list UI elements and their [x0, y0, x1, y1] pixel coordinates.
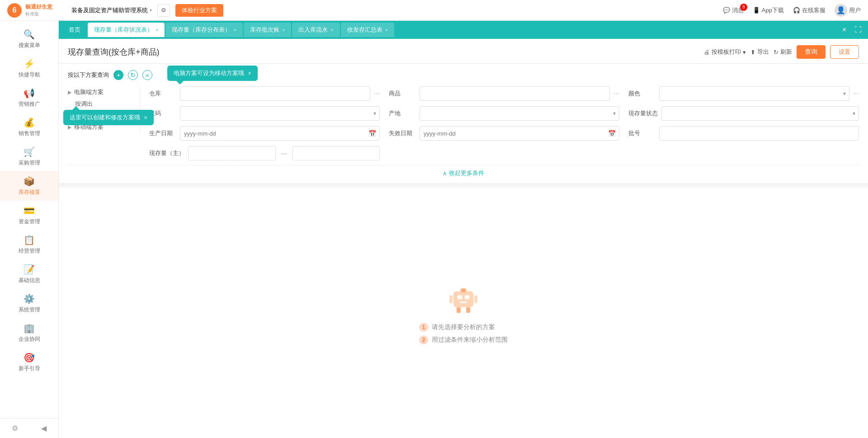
expiry-date-wrap: 📅 — [420, 126, 619, 141]
scheme-computer[interactable]: ▶ 电脑端方案 — [68, 86, 132, 98]
filter-row-stock-status: 现存量状态 — [628, 106, 859, 121]
sidebar-item-nav[interactable]: ⚡ 快捷导航 — [0, 54, 58, 83]
color-select[interactable] — [659, 86, 849, 101]
filter-row-origin: 产地 — [389, 106, 619, 121]
chevron-print-icon: ▾ — [743, 49, 746, 56]
batch-input[interactable] — [659, 126, 859, 141]
filter-top-row: 按以下方案查询 + ↻ « 电脑方案可设为移动方案哦 × — [68, 70, 859, 80]
filter-body: ▶ 电脑端方案 按调出 折 按调出 ▶ 移动端方案 — [68, 86, 859, 160]
tab-inventory-status-label: 现存量（库存状况表） — [94, 26, 153, 34]
tab-inventory-dist-close[interactable]: × — [233, 27, 236, 33]
industry-button[interactable]: 体验行业方案 — [175, 4, 223, 17]
sidebar-item-enterprise[interactable]: 🏢 企业协同 — [0, 318, 58, 348]
app-download-item[interactable]: 📱 App下载 — [753, 6, 784, 14]
goods-input[interactable] — [420, 86, 610, 101]
sidebar-label-purchase: 采购管理 — [19, 159, 40, 167]
page-header: 现存量查询(按仓库+商品) 🖨 按模板打印 ▾ ⬆ 导出 ↻ — [59, 39, 868, 64]
tab-inventory-dist[interactable]: 现存量（库存分布表） × — [165, 23, 242, 37]
tab-receive-summary[interactable]: 收发存汇总表 × — [341, 23, 394, 37]
sidebar-label-nav: 快捷导航 — [19, 71, 40, 79]
reset-button[interactable]: 设置 — [830, 45, 859, 59]
tab-receive-summary-close[interactable]: × — [385, 27, 388, 33]
tab-flow[interactable]: 出入库流水 × — [292, 23, 340, 37]
tab-inventory-status[interactable]: 现存量（库存状况表） × — [88, 23, 165, 37]
logo-icon: 6 — [7, 3, 22, 18]
tab-home-label: 首页 — [69, 26, 80, 34]
sidebar-item-guide[interactable]: 🎯 新手引导 — [0, 348, 58, 377]
online-service-item[interactable]: 🎧 在线客服 — [793, 6, 826, 14]
print-button[interactable]: 🖨 按模板打印 ▾ — [704, 48, 746, 56]
sidebar-item-system[interactable]: ⚙️ 系统管理 — [0, 289, 58, 318]
tab-batch-account-close[interactable]: × — [282, 27, 285, 33]
chevron-down-icon: ▾ — [150, 8, 152, 13]
filter-row-prod-date: 生产日期 📅 — [149, 126, 380, 141]
prod-date-calendar-icon[interactable]: 📅 — [368, 130, 376, 137]
sidebar-item-purchase[interactable]: 🛒 采购管理 — [0, 142, 58, 171]
tooltip2-close[interactable]: × — [144, 114, 147, 121]
refresh-button[interactable]: ↻ 刷新 — [774, 48, 792, 56]
filter-section: 按以下方案查询 + ↻ « 电脑方案可设为移动方案哦 × — [59, 64, 868, 184]
tab-batch-account[interactable]: 库存批次账 × — [244, 23, 291, 37]
filter-refresh-btn[interactable]: ↻ — [128, 70, 138, 80]
tab-flow-label: 出入库流水 — [298, 26, 328, 34]
stock-main-to-input[interactable] — [292, 146, 380, 160]
tabs-bar-actions: × ⛶ — [840, 25, 864, 35]
expiry-date-calendar-icon[interactable]: 📅 — [608, 130, 616, 137]
tooltip2-arrow — [72, 106, 80, 110]
filter-fields: 仓库 ··· 商品 ··· 颜色 — [149, 86, 859, 160]
tooltip1-close[interactable]: × — [248, 70, 251, 77]
color-dots-icon[interactable]: ··· — [853, 89, 859, 98]
sidebar-item-operations[interactable]: 📋 经营管理 — [0, 230, 58, 259]
tab-close-all-btn[interactable]: × — [840, 25, 849, 35]
box-icon: 📦 — [24, 176, 35, 187]
app-container: 6 畅通好生意 标准版 装备及固定资产辅助管理系统 ▾ ⚙ 体验行业方案 💬 消… — [0, 0, 868, 438]
clipboard-icon: 📋 — [24, 235, 35, 245]
origin-select[interactable] — [420, 106, 619, 121]
sidebar-item-inventory[interactable]: 📦 库存核算 — [0, 171, 58, 201]
message-badge: 8 — [740, 4, 747, 11]
tab-home[interactable]: 首页 — [62, 23, 87, 37]
tab-fullscreen-btn[interactable]: ⛶ — [852, 25, 864, 35]
sidebar-item-basic[interactable]: 📝 基础信息 — [0, 259, 58, 289]
user-item[interactable]: 👤 用户 — [835, 4, 861, 17]
sidebar-collapse-btn[interactable]: ◀ — [41, 424, 47, 433]
goods-dots-icon[interactable]: ··· — [613, 89, 619, 98]
expiry-date-input[interactable] — [420, 126, 619, 141]
query-button[interactable]: 查询 — [797, 45, 826, 59]
stock-main-from-input[interactable] — [188, 146, 276, 160]
card-icon: 💳 — [24, 205, 35, 216]
collapse-row[interactable]: ∧ 收起更多条件 — [68, 165, 859, 181]
sidebar-item-marketing[interactable]: 📢 营销推广 — [0, 83, 58, 113]
sidebar-bottom: ⚙ ◀ — [0, 418, 58, 438]
export-button[interactable]: ⬆ 导出 — [750, 48, 769, 56]
tab-flow-close[interactable]: × — [330, 27, 333, 33]
sidebar-settings-btn[interactable]: ⚙ — [12, 424, 18, 433]
expiry-date-label: 失效日期 — [389, 129, 416, 137]
svg-rect-2 — [465, 295, 470, 299]
message-item[interactable]: 💬 消息 8 — [723, 6, 744, 14]
settings-icon[interactable]: ⚙ — [157, 4, 170, 17]
tooltip2: 这里可以创建和修改方案哦 × — [63, 110, 154, 125]
sidebar-item-assets[interactable]: 💳 资金管理 — [0, 201, 58, 230]
filter-add-button[interactable]: + — [113, 70, 123, 80]
system-name-dropdown[interactable]: 装备及固定资产辅助管理系统 ▾ — [71, 6, 152, 14]
sidebar-item-sales[interactable]: 💰 销售管理 — [0, 113, 58, 142]
warehouse-label: 仓库 — [149, 89, 176, 98]
scheme-computer-label: 电脑端方案 — [74, 88, 104, 96]
prod-date-input[interactable] — [180, 126, 380, 141]
filter-row-stock-main: 现存量（主） — — [149, 146, 380, 160]
sidebar-label-enterprise: 企业协同 — [19, 335, 40, 343]
tooltip1-arrow — [176, 81, 184, 85]
target-icon: 🎯 — [24, 352, 35, 363]
phone-icon: 📱 — [753, 7, 760, 14]
warehouse-dots-icon[interactable]: ··· — [374, 89, 380, 98]
sidebar-item-search[interactable]: 🔍 搜索菜单 — [0, 24, 58, 54]
filter-back-btn[interactable]: « — [142, 70, 152, 80]
step1-text: 请先选择要分析的方案 — [432, 323, 495, 331]
warehouse-input[interactable] — [180, 86, 370, 101]
tab-inventory-status-close[interactable]: × — [156, 27, 158, 33]
size-select[interactable] — [180, 106, 380, 121]
sidebar: 🔍 搜索菜单 ⚡ 快捷导航 📢 营销推广 💰 销售管理 🛒 采购管理 — [0, 21, 59, 438]
tab-batch-account-label: 库存批次账 — [250, 26, 279, 34]
stock-status-select[interactable] — [661, 106, 859, 121]
